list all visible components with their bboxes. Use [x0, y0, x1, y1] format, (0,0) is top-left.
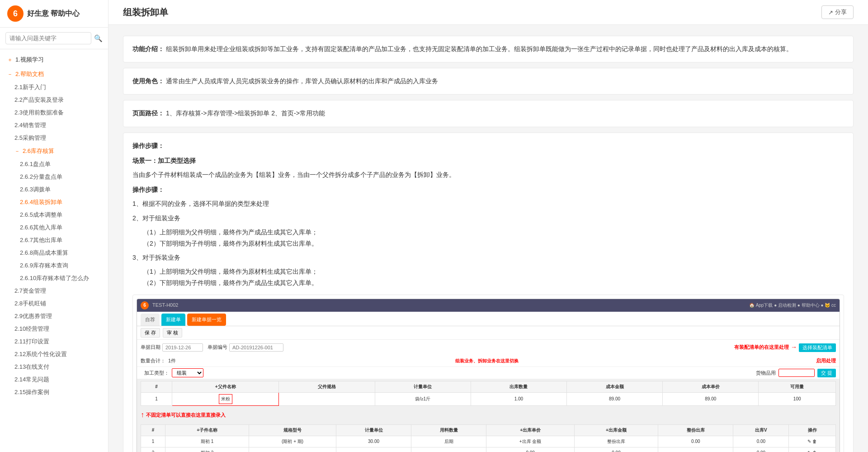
col-seq: #: [141, 381, 172, 393]
sidebar-item-2-6-6[interactable]: 2.6.6其他入库单: [0, 221, 108, 234]
mock-goods-input[interactable]: [778, 369, 815, 377]
sidebar-item-2-6-5[interactable]: 2.6.5成本调整单: [0, 209, 108, 221]
sidebar-item-2-13[interactable]: 2.13在线支付: [0, 361, 108, 373]
mock-date-field: 单据日期: [141, 343, 203, 352]
step3-1: （1）上部明细为父件明细，最终作为原材料生成其它出库单；: [143, 266, 844, 277]
annotation3-text: 启用处理: [816, 357, 836, 366]
minus-icon-2: －: [14, 147, 20, 155]
func-intro-text: 组装拆卸单用来处理企业组装或拆卸等加工业务，支持有固定装配清单的产品加工业务，也…: [166, 45, 793, 52]
sidebar-item-2-6[interactable]: － 2.6库存核算: [0, 144, 108, 158]
sidebar-item-2-6-8[interactable]: 2.6.8商品成本重算: [0, 247, 108, 259]
mock-logo: 6: [141, 301, 149, 309]
sidebar-item-2-6-2[interactable]: 2.6.2分量盘点单: [0, 171, 108, 183]
search-input[interactable]: [5, 32, 91, 44]
table-row: 1 期初 1 (期初 + 期) 30.00 后期 +出库 金额 整份出库 0.0…: [141, 436, 836, 447]
sidebar-item-2-12[interactable]: 2.12系统个性化设置: [0, 348, 108, 361]
role-text: 通常由生产人员或库管人员完成拆装业务的操作，库管人员确认原材料的出库和产成品的入…: [166, 77, 438, 85]
nav-section-2: － 2.帮助文档 2.1新手入门 2.2产品安装及登录 2.3使用前数据准备 2…: [0, 67, 108, 399]
mock-type-select[interactable]: 组装 拆卸: [172, 368, 203, 377]
mock-goods-label: 货物品用: [756, 369, 776, 378]
col-sku: 父件规格: [279, 381, 375, 393]
step1: 1、根据不同的业务，选择不同单据的类型来处理: [132, 198, 844, 209]
sidebar-item-2-11[interactable]: 2.11打印设置: [0, 335, 108, 348]
mock-tab-2[interactable]: 新建单: [161, 314, 185, 326]
mock-date-label: 单据日期: [141, 343, 160, 352]
ops-label: 操作步骤：: [132, 140, 844, 152]
mock-type-field-label: 加工类型：: [144, 369, 169, 378]
sidebar-item-2-9[interactable]: 2.9优惠券管理: [0, 310, 108, 323]
sidebar-item-2-6-10[interactable]: 2.6.10库存账本错了怎么办: [0, 272, 108, 285]
sidebar-item-2-1[interactable]: 2.1新手入门: [0, 81, 108, 94]
table-row: 1 米粉 袋/≥1斤 1.00 89.00 89.00 100: [141, 393, 836, 406]
col-qty: 计量单位: [375, 381, 471, 393]
mock-form-row: 单据日期 单据编号 有装配清单的在这里处理 → 选择装配清单: [137, 340, 840, 355]
path-text: 1、库存核算->库存管理->组装拆卸单 2、首页->常用功能: [166, 109, 325, 117]
scene1-label: 场景一：加工类型选择: [132, 155, 844, 167]
share-button[interactable]: ↗ 分享: [821, 5, 854, 19]
mock-audit-btn[interactable]: 审 核: [163, 328, 182, 338]
mock-new-tab[interactable]: 新建单据一览: [187, 314, 226, 326]
sidebar-item-2-15[interactable]: 2.15操作案例: [0, 386, 108, 399]
scene1-desc: 当由多个子件材料组装成一个成品的业务为【组装】业务，当由一个父件拆分成多个子产品…: [132, 169, 844, 181]
mock-num-label: 单据编号: [208, 343, 227, 352]
func-intro-section: 功能介绍： 组装拆卸单用来处理企业组装或拆卸等加工业务，支持有固定装配清单的产品…: [123, 36, 854, 62]
mock-app-bar: 6 TEST-H002 🏠 App下载 ● 启动检测 ● 帮助中心 ● 🐱 cc: [137, 299, 840, 312]
sidebar-item-2-6-1[interactable]: 2.6.1盘点单: [0, 158, 108, 171]
mock-save-btn[interactable]: 保 存: [141, 328, 160, 338]
search-button[interactable]: 🔍: [94, 34, 103, 43]
annotation1-text: 有装配清单的在这里处理: [734, 343, 789, 352]
sidebar-item-2-14[interactable]: 2.14常见问题: [0, 373, 108, 386]
sidebar-item-2-8[interactable]: 2.8手机旺铺: [0, 297, 108, 310]
sidebar-item-2-6-9[interactable]: 2.6.9库存账本查询: [0, 259, 108, 272]
sidebar-item-2-6-4[interactable]: 2.6.4组装拆卸单: [0, 196, 108, 209]
sidebar-item-2-6-3[interactable]: 2.6.3调拨单: [0, 183, 108, 196]
mock-toolbar: 保 存 审 核: [137, 326, 840, 340]
mock-app: 6 TEST-H002 🏠 App下载 ● 启动检测 ● 帮助中心 ● 🐱 cc…: [137, 299, 840, 452]
annotation2-group: 组装业务、拆卸业务在这里切换: [455, 357, 519, 365]
screenshot-container: 6 TEST-H002 🏠 App下载 ● 启动检测 ● 帮助中心 ● 🐱 cc…: [132, 295, 844, 452]
sidebar-item-2-6-7[interactable]: 2.6.7其他出库单: [0, 234, 108, 247]
main-header: 组装拆卸单 ↗ 分享: [108, 0, 868, 25]
mock-tab-1[interactable]: 自荐: [141, 314, 160, 326]
mock-num-input[interactable]: [229, 343, 283, 352]
site-title: 好生意 帮助中心: [27, 9, 80, 19]
nav-tree: ＋ 1.视频学习 － 2.帮助文档 2.1新手入门 2.2产品安装及登录 2.3…: [0, 49, 108, 452]
mock-choose-btn[interactable]: 选择装配清单: [799, 343, 836, 352]
scene1-block: 场景一：加工类型选择 当由多个子件材料组装成一个成品的业务为【组装】业务，当由一…: [132, 155, 844, 289]
sidebar-item-2-3[interactable]: 2.3使用前数据准备: [0, 106, 108, 119]
minus-icon: －: [7, 71, 13, 78]
func-intro-label: 功能介绍：: [132, 45, 164, 52]
sidebar: 6 好生意 帮助中心 🔍 ＋ 1.视频学习 － 2.帮助文档 2.1新手入门 2…: [0, 0, 108, 452]
role-label: 使用角色：: [132, 77, 164, 85]
nav-section-1: ＋ 1.视频学习: [0, 53, 108, 67]
mock-num-field: 单据编号: [208, 343, 283, 352]
mock-date-input[interactable]: [162, 343, 203, 352]
sidebar-item-2-4[interactable]: 2.4销售管理: [0, 119, 108, 132]
mock-app-id: TEST-H002: [152, 301, 178, 310]
sidebar-item-2-5[interactable]: 2.5采购管理: [0, 132, 108, 144]
col-avail: 可用量: [759, 381, 836, 393]
path-section: 页面路径： 1、库存核算->库存管理->组装拆卸单 2、首页->常用功能: [123, 100, 854, 127]
main: 组装拆卸单 ↗ 分享 功能介绍： 组装拆卸单用来处理企业组装或拆卸等加工业务，支…: [108, 0, 868, 452]
sidebar-header: 6 好生意 帮助中心: [0, 0, 108, 28]
mock-lower-table: # +子件名称 规格型号 计量单位 用料数量 +出库单价 +出库金额 整份出库 …: [141, 424, 836, 452]
step2: 2、对于组装业务: [132, 213, 844, 224]
annotation4-text: 不固定清单可以直接在这里直接录入: [146, 411, 226, 420]
ops-section: 操作步骤： 场景一：加工类型选择 当由多个子件材料组装成一个成品的业务为【组装】…: [123, 133, 854, 452]
mock-item-name[interactable]: 米粉: [172, 393, 279, 406]
sidebar-item-1[interactable]: ＋ 1.视频学习: [0, 53, 108, 67]
mock-type-label: 数量合计：: [141, 357, 165, 366]
ops-steps-label: 操作步骤：: [132, 184, 844, 195]
sidebar-item-2[interactable]: － 2.帮助文档: [0, 67, 108, 81]
mock-upper-table: # +父件名称 父件规格 计量单位 出库数量 成本金额 成本单价 可用量: [141, 381, 836, 406]
logo: 6: [7, 5, 24, 22]
sidebar-item-2-2[interactable]: 2.2产品安装及登录: [0, 94, 108, 106]
sidebar-item-2-7[interactable]: 2.7资金管理: [0, 285, 108, 297]
mock-confirm-btn[interactable]: 交 提: [817, 369, 836, 377]
mock-type-selector-row: 加工类型： 组装 拆卸 货物品用 交 提: [137, 367, 840, 379]
annotation2-text: 组装业务、拆卸业务在这里切换: [455, 357, 519, 365]
plus-icon: ＋: [7, 56, 13, 64]
sidebar-item-2-10[interactable]: 2.10经营管理: [0, 323, 108, 335]
mock-tab-bar: 自荐 新建单 新建单据一览: [137, 312, 840, 327]
annotation4-arrow: ↑: [141, 409, 144, 422]
